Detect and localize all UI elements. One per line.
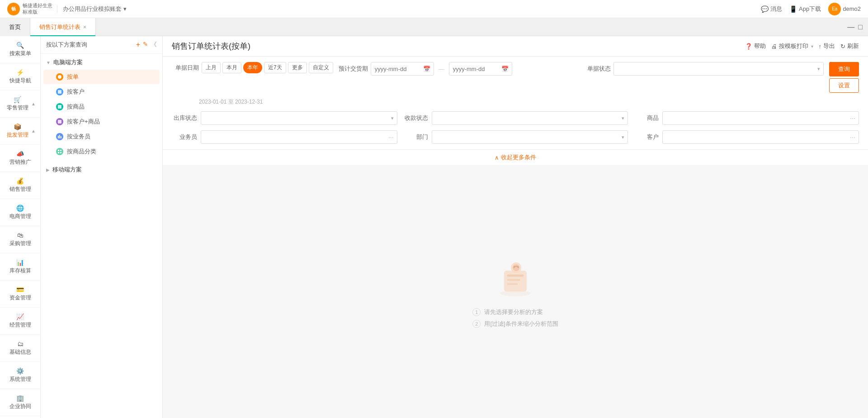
print-dropdown-icon[interactable]: ▾ — [811, 44, 813, 49]
svg-rect-1 — [58, 90, 61, 94]
print-button[interactable]: 🖨 按模板打印 ▾ — [771, 42, 813, 50]
scheme-parent-mobile[interactable]: ▶ 移动端方案 — [41, 163, 162, 176]
tab-bar: 首页 销售订单统计表 × — □ — [0, 18, 868, 36]
left-panel-title: 按以下方案查询 — [46, 41, 87, 49]
scheme-item-by-order[interactable]: 按单 — [43, 70, 160, 84]
mobile-section-label: 移动端方案 — [52, 166, 82, 174]
svg-rect-8 — [60, 150, 61, 151]
wholesale-expand-icon: ▲ — [31, 128, 36, 133]
sidebar-enterprise-label: 企业协同 — [9, 403, 31, 410]
dept-select[interactable] — [432, 130, 628, 144]
status-label: 单据状态 — [584, 65, 611, 73]
collapse-bar[interactable]: ∧ 收起更多条件 — [163, 149, 868, 165]
outbound-cell: 出库状态 ▾ — [172, 111, 397, 125]
query-button[interactable]: 查询 — [829, 62, 859, 76]
sidebar-item-inventory[interactable]: 📊 库存核算 — [0, 253, 40, 280]
refresh-button[interactable]: ↻ 刷新 — [840, 42, 859, 50]
message-button[interactable]: 💬 消息 — [761, 5, 782, 13]
sidebar-system-label: 系统管理 — [9, 375, 31, 383]
outbound-select[interactable] — [201, 111, 397, 125]
scheme-section-mobile: ▶ 移动端方案 — [41, 161, 162, 178]
sidebar-purchase-label: 采购管理 — [9, 240, 31, 247]
purchase-icon: 🛍 — [17, 232, 24, 239]
tip-text-2: 用[过滤]条件来缩小分析范围 — [484, 320, 558, 328]
customer-ellipsis-icon[interactable]: ··· — [850, 133, 855, 141]
app-download-label: App下载 — [799, 5, 821, 13]
salesperson-ellipsis-icon[interactable]: ··· — [388, 133, 394, 141]
date-btn-thismonth[interactable]: 本月 — [222, 62, 241, 73]
edit-scheme-button[interactable]: ✎ — [143, 41, 148, 49]
scheme-item-by-category[interactable]: 按商品分类 — [43, 144, 160, 159]
add-scheme-button[interactable]: + — [136, 41, 140, 49]
scheme-item-by-customer-goods[interactable]: 按客户+商品 — [43, 114, 160, 129]
sidebar-item-wholesale[interactable]: 📦 批发管理 ▲ — [0, 118, 40, 145]
date-range-display: 2023-01-01 至 2023-12-31 — [199, 98, 263, 106]
date-btn-7days[interactable]: 近7天 — [264, 62, 286, 73]
help-button[interactable]: ❓ 帮助 — [745, 42, 766, 50]
collapse-panel-button[interactable]: 《 — [151, 41, 157, 49]
right-panel: 销售订单统计表(按单) ❓ 帮助 🖨 按模板打印 ▾ ↑ 导出 — [163, 36, 868, 418]
filter-inner: 单据日期 上月 本月 本年 近7天 更多 自定义 — [163, 57, 868, 144]
sidebar-item-operation[interactable]: 📈 经营管理 — [0, 308, 40, 335]
tab-sales-stats[interactable]: 销售订单统计表 × — [30, 18, 96, 36]
payment-select[interactable] — [432, 111, 628, 125]
status-select[interactable] — [613, 62, 824, 76]
sidebar-item-ecommerce[interactable]: 🌐 电商管理 — [0, 199, 40, 226]
app-selector-text: 办公用品行业模拟账套 — [63, 5, 122, 13]
minimize-icon[interactable]: — — [847, 23, 854, 31]
user-area[interactable]: Ea demo2 — [828, 3, 861, 15]
date-btn-more[interactable]: 更多 — [288, 62, 307, 73]
tab-home[interactable]: 首页 — [0, 18, 30, 36]
date-btn-thisyear[interactable]: 本年 — [243, 62, 262, 73]
settings-button[interactable]: 设置 — [829, 78, 859, 93]
sidebar-item-basic[interactable]: 🗂 基础信息 — [0, 335, 40, 362]
scheme-icon-order — [56, 73, 63, 81]
date-dash: — — [437, 66, 446, 72]
content-area: 按以下方案查询 + ✎ 《 ▼ 电脑端方案 按单 — [41, 36, 868, 418]
goods-input[interactable] — [662, 111, 859, 125]
goods-ellipsis-icon[interactable]: ··· — [850, 114, 855, 122]
customer-input[interactable] — [662, 130, 859, 144]
sidebar-operation-label: 经营管理 — [9, 321, 31, 329]
sidebar-item-sales[interactable]: 💰 销售管理 — [0, 172, 40, 199]
scheme-icon-customer-goods — [56, 118, 63, 125]
operation-icon: 📈 — [16, 313, 24, 320]
sidebar-item-search[interactable]: 🔍 搜索菜单 — [0, 36, 40, 63]
sidebar-item-newbie[interactable]: 🎯 新手引导 — [0, 416, 40, 418]
scheme-label-salesperson: 按业务员 — [67, 133, 90, 141]
sidebar-item-retail[interactable]: 🛒 零售管理 ▲ — [0, 90, 40, 118]
scheme-label-customer: 按客户 — [67, 88, 85, 96]
app-download-button[interactable]: 📱 App下载 — [789, 5, 821, 13]
empty-state: 1 请先选择要分析的方案 2 用[过滤]条件来缩小分析范围 — [163, 165, 868, 418]
empty-illustration — [493, 256, 538, 301]
scheme-item-by-salesperson[interactable]: 按业务员 — [43, 129, 160, 144]
chevron-down-icon: ▼ — [46, 60, 51, 65]
scheme-parent-pc[interactable]: ▼ 电脑端方案 — [41, 56, 162, 69]
export-button[interactable]: ↑ 导出 — [819, 42, 835, 50]
sidebar-item-finance[interactable]: 💳 资金管理 — [0, 280, 40, 308]
collapse-icon: ∧ — [495, 154, 499, 161]
svg-rect-15 — [507, 283, 518, 285]
tab-close-icon[interactable]: × — [83, 24, 86, 30]
sidebar-item-quicknav[interactable]: ⚡ 快捷导航 — [0, 63, 40, 90]
sidebar-item-enterprise[interactable]: 🏢 企业协同 — [0, 389, 40, 416]
date-btn-custom[interactable]: 自定义 — [309, 62, 333, 73]
sidebar-item-system[interactable]: ⚙️ 系统管理 — [0, 362, 40, 389]
sidebar-item-marketing[interactable]: 📣 营销推广 — [0, 145, 40, 172]
finance-icon: 💳 — [16, 286, 24, 293]
export-icon: ↑ — [819, 43, 822, 50]
payment-select-wrap: ▾ — [432, 111, 628, 125]
sales-icon: 💰 — [16, 177, 24, 185]
date-btn-lastmonth[interactable]: 上月 — [202, 62, 221, 73]
scheme-item-by-customer[interactable]: 按客户 — [43, 85, 160, 99]
refresh-icon: ↻ — [840, 43, 845, 50]
scheme-item-by-goods[interactable]: 按商品 — [43, 100, 160, 114]
sidebar-item-purchase[interactable]: 🛍 采购管理 — [0, 226, 40, 253]
svg-rect-6 — [61, 136, 61, 138]
ecommerce-icon: 🌐 — [16, 204, 24, 212]
salesperson-input[interactable] — [201, 130, 397, 144]
maximize-icon[interactable]: □ — [858, 23, 863, 31]
scheme-label-order: 按单 — [67, 73, 79, 81]
app-selector[interactable]: 办公用品行业模拟账套 ▾ — [57, 5, 127, 13]
sidebar-sales-label: 销售管理 — [9, 185, 31, 193]
